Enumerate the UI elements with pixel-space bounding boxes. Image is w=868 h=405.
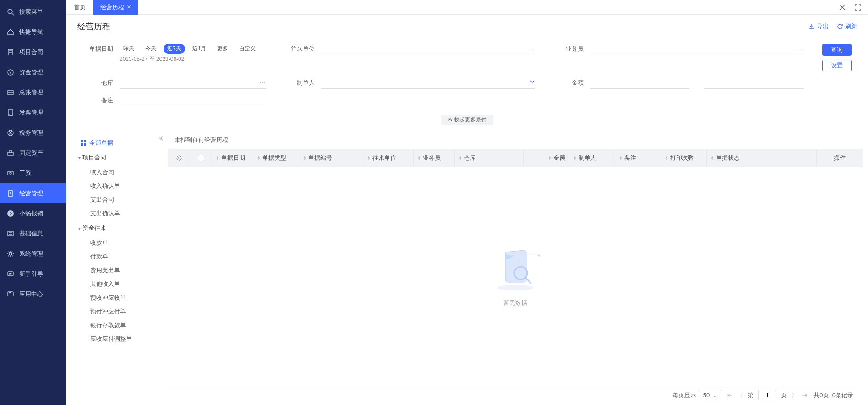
amount-from-input[interactable] (590, 78, 689, 89)
page-input[interactable] (758, 390, 776, 400)
th-amount[interactable]: ▲▼金额 (524, 149, 569, 167)
refresh-button[interactable]: 刷新 (837, 22, 857, 31)
sidebar-item-guide[interactable]: 新手引导 (0, 264, 66, 284)
sidebar-item-fund[interactable]: ¥ 资金管理 (0, 62, 66, 82)
th-partner[interactable]: ▲▼往来单位 (363, 149, 414, 167)
guide-icon (6, 270, 15, 278)
reimburse-icon (6, 209, 15, 218)
ellipsis-icon[interactable]: ··· (797, 45, 804, 52)
collapse-filters-button[interactable]: 收起更多条件 (441, 115, 493, 125)
page-last-icon[interactable]: ⇥ (802, 392, 807, 399)
svg-point-34 (178, 157, 180, 159)
svg-point-26 (9, 293, 10, 293)
amount-to-input[interactable] (704, 78, 804, 89)
th-print-count[interactable]: ▲▼打印次数 (661, 149, 707, 167)
settings-button[interactable]: 设置 (822, 60, 852, 71)
sidebar-item-ledger[interactable]: 总账管理 (0, 82, 66, 103)
th-creator[interactable]: ▲▼制单人 (569, 149, 615, 167)
sidebar-item-contract[interactable]: 项目合同 (0, 42, 66, 62)
category-group-contract[interactable]: ▾ 项目合同 (72, 150, 168, 165)
date-chip-yesterday[interactable]: 昨天 (120, 44, 138, 54)
svg-point-22 (9, 252, 12, 255)
column-settings[interactable] (168, 149, 190, 167)
tab-label: 经营历程 (100, 3, 124, 11)
ledger-icon (6, 88, 15, 97)
sidebar-label: 发票管理 (19, 109, 43, 117)
svg-rect-11 (8, 152, 13, 155)
sidebar-label: 应用中心 (19, 290, 43, 298)
empty-state: 暂无数据 (168, 167, 863, 385)
sidebar-label: 系统管理 (19, 250, 43, 258)
category-item[interactable]: 预收冲应收单 (72, 291, 168, 305)
date-chip-1month[interactable]: 近1月 (189, 44, 210, 54)
date-chip-7days[interactable]: 近7天 (164, 44, 185, 54)
category-group-fund[interactable]: ▾ 资金往来 (72, 220, 168, 236)
tab-business-history[interactable]: 经营历程 ✕ (93, 0, 138, 15)
category-item[interactable]: 预付冲应付单 (72, 305, 168, 318)
category-item[interactable]: 支出合同 (72, 193, 168, 207)
close-icon[interactable]: ✕ (127, 4, 131, 10)
date-chip-today[interactable]: 今天 (142, 44, 160, 54)
category-all[interactable]: 全部单据 (72, 136, 168, 150)
category-item[interactable]: 付款单 (72, 250, 168, 263)
creator-input[interactable] (321, 78, 535, 89)
svg-point-27 (10, 293, 11, 293)
th-status[interactable]: ▲▼单据状态 (707, 149, 817, 167)
date-chip-custom[interactable]: 自定义 (235, 44, 259, 54)
sidebar-item-reimburse[interactable]: 小畅报销 (0, 203, 66, 224)
sidebar-item-salary[interactable]: 工资 (0, 163, 66, 183)
export-button[interactable]: 导出 (808, 22, 829, 31)
partner-input[interactable] (321, 44, 535, 55)
query-button[interactable]: 查询 (822, 44, 852, 56)
th-salesperson[interactable]: ▲▼业务员 (414, 149, 455, 167)
info-icon (6, 230, 15, 238)
sidebar-item-info[interactable]: 基础信息 (0, 224, 66, 244)
page-prev-icon[interactable]: 〈 (737, 391, 743, 400)
sidebar-item-system[interactable]: 系统管理 (0, 244, 66, 264)
sidebar-item-business[interactable]: 经营管理 (0, 183, 66, 203)
filter-creator-label: 制单人 (284, 78, 321, 87)
sidebar-item-asset[interactable]: 固定资产 (0, 143, 66, 163)
category-item[interactable]: 费用支出单 (72, 263, 168, 277)
ellipsis-icon[interactable]: ··· (528, 45, 535, 52)
th-no[interactable]: ▲▼单据编号 (299, 149, 363, 167)
chevron-down-icon[interactable] (530, 79, 535, 84)
filter-salesperson-label: 业务员 (553, 44, 590, 53)
page-next-icon[interactable]: 〉 (792, 391, 797, 400)
fullscreen-icon[interactable] (852, 2, 863, 13)
th-type[interactable]: ▲▼单据类型 (253, 149, 299, 167)
warehouse-input[interactable] (120, 78, 266, 89)
sidebar-item-search-menu[interactable]: 搜索菜单 (0, 2, 66, 22)
tab-home[interactable]: 首页 (66, 0, 93, 15)
sidebar-item-quick-nav[interactable]: 快捷导航 (0, 22, 66, 42)
page-size-select[interactable]: 50 ⌄ (699, 390, 721, 400)
category-item[interactable]: 收入合同 (72, 165, 168, 179)
page-first-icon[interactable]: ⇤ (727, 392, 732, 399)
category-item[interactable]: 银行存取款单 (72, 318, 168, 332)
salesperson-input[interactable] (590, 44, 804, 55)
pagination: 每页显示 50 ⌄ ⇤ 〈 第 页 〉 ⇥ (168, 385, 863, 405)
th-warehouse[interactable]: ▲▼仓库 (455, 149, 524, 167)
svg-rect-32 (81, 143, 83, 146)
sidebar-label: 基础信息 (19, 230, 43, 238)
sidebar-item-apps[interactable]: 应用中心 (0, 284, 66, 304)
sidebar-item-invoice[interactable]: 发票管理 (0, 103, 66, 123)
select-all-checkbox[interactable] (190, 149, 212, 167)
svg-point-35 (497, 285, 534, 290)
th-date[interactable]: ▲▼单据日期 (212, 149, 253, 167)
category-item[interactable]: 收款单 (72, 236, 168, 250)
category-item[interactable]: 收入确认单 (72, 179, 168, 193)
remark-input[interactable] (120, 95, 266, 106)
th-remark[interactable]: ▲▼备注 (615, 149, 661, 167)
sidebar-label: 项目合同 (19, 48, 43, 56)
category-item[interactable]: 其他收入单 (72, 277, 168, 291)
table-header: ▲▼单据日期 ▲▼单据类型 ▲▼单据编号 ▲▼往来单位 ▲▼业务员 ▲▼仓库 ▲… (168, 149, 863, 167)
close-tab-button[interactable] (837, 2, 848, 13)
date-chip-more[interactable]: 更多 (213, 44, 232, 54)
category-item[interactable]: 支出确认单 (72, 207, 168, 220)
category-item[interactable]: 应收应付调整单 (72, 332, 168, 346)
sidebar-item-tax[interactable]: 税务管理 (0, 123, 66, 143)
ellipsis-icon[interactable]: ··· (259, 79, 266, 86)
collapse-panel-icon[interactable] (158, 135, 165, 142)
filter-amount-label: 金额 (553, 78, 590, 87)
